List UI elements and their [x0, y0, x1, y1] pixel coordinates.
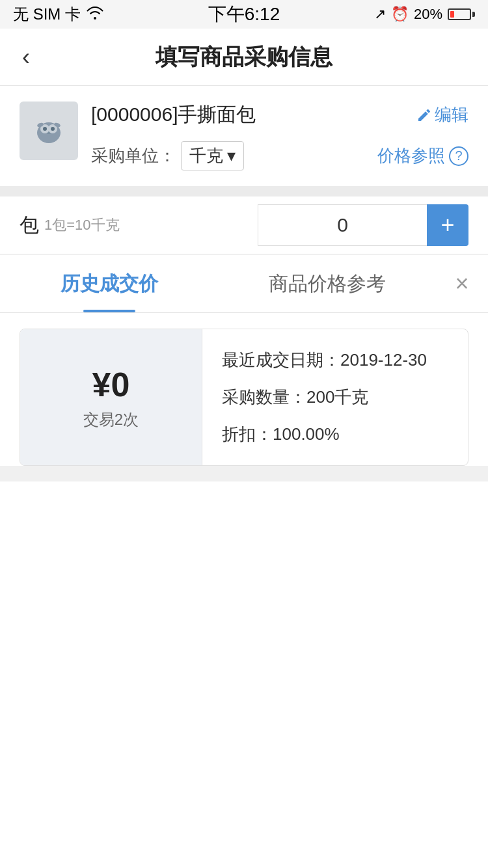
product-info: [0000006]手撕面包 编辑 采购单位： 千克 ▾ 价格	[91, 102, 468, 170]
page-title: 填写商品采购信息	[156, 42, 332, 72]
back-button[interactable]: ‹	[16, 37, 36, 77]
history-discount-row: 折扣：100.00%	[222, 422, 448, 447]
unit-select[interactable]: 千克 ▾	[181, 141, 244, 170]
history-detail-section: 最近成交日期：2019-12-30 采购数量：200千克 折扣：100.00%	[202, 329, 468, 465]
history-card: ¥0 交易2次 最近成交日期：2019-12-30 采购数量：200千克 折扣：…	[20, 329, 468, 466]
quantity-controls: 0 +	[133, 204, 468, 246]
edit-icon	[416, 107, 432, 123]
product-card: [0000006]手撕面包 编辑 采购单位： 千克 ▾ 价格	[0, 86, 488, 186]
status-bar: 无 SIM 卡 下午6:12 ↗ ⏰ 20%	[0, 0, 488, 29]
quantity-label-box: 包 1包=10千克	[20, 212, 120, 239]
discount-value: 100.00%	[273, 424, 340, 444]
history-date-row: 最近成交日期：2019-12-30	[222, 347, 448, 373]
help-icon: ?	[449, 146, 468, 166]
panel-close-button[interactable]: ×	[436, 255, 488, 312]
quantity-unit-label: 包	[20, 212, 39, 239]
edit-button[interactable]: 编辑	[416, 103, 468, 126]
svg-point-3	[43, 127, 47, 131]
wifi-icon	[86, 5, 104, 23]
product-logo-icon	[31, 113, 66, 148]
status-bar-time: 下午6:12	[208, 2, 280, 27]
quantity-label: 采购数量：	[222, 387, 306, 407]
tab-product-price[interactable]: 商品价格参考	[218, 255, 436, 312]
price-ref-label: 价格参照	[377, 144, 445, 167]
svg-point-4	[51, 127, 55, 131]
battery-percentage: 20%	[414, 6, 442, 23]
dropdown-icon: ▾	[227, 146, 236, 166]
battery-icon	[448, 8, 475, 20]
unit-label: 采购单位：	[91, 146, 176, 165]
status-bar-left: 无 SIM 卡	[13, 4, 104, 25]
price-panel: 历史成交价 商品价格参考 × ¥0 交易2次 最近成交日期：2019-12-30…	[0, 255, 488, 466]
location-icon: ↗	[374, 6, 386, 23]
latest-date-value: 2019-12-30	[340, 350, 427, 370]
quantity-value: 0	[337, 214, 348, 236]
product-thumbnail	[20, 102, 78, 160]
quantity-note: 1包=10千克	[44, 215, 120, 235]
history-transaction-count: 交易2次	[83, 409, 139, 430]
quantity-input[interactable]: 0	[258, 204, 427, 246]
history-quantity-row: 采购数量：200千克	[222, 385, 448, 410]
quantity-plus-button[interactable]: +	[427, 204, 468, 246]
tabs-row: 历史成交价 商品价格参考 ×	[0, 255, 488, 313]
discount-label: 折扣：	[222, 424, 273, 444]
quantity-value: 200千克	[306, 387, 368, 407]
tab-history-price[interactable]: 历史成交价	[0, 255, 218, 312]
history-price-section: ¥0 交易2次	[20, 329, 202, 465]
unit-value: 千克	[189, 144, 223, 167]
history-price-value: ¥0	[92, 365, 130, 404]
edit-label: 编辑	[435, 103, 468, 126]
alarm-icon: ⏰	[391, 6, 409, 23]
bottom-space	[0, 481, 488, 868]
price-ref-button[interactable]: 价格参照 ?	[377, 144, 468, 167]
carrier-text: 无 SIM 卡	[13, 4, 81, 25]
latest-date-label: 最近成交日期：	[222, 350, 340, 370]
quantity-row: 包 1包=10千克 0 +	[0, 197, 488, 254]
nav-bar: ‹ 填写商品采购信息	[0, 29, 488, 86]
status-bar-right: ↗ ⏰ 20%	[374, 6, 475, 23]
section-divider	[0, 186, 488, 197]
product-name: [0000006]手撕面包	[91, 102, 256, 128]
